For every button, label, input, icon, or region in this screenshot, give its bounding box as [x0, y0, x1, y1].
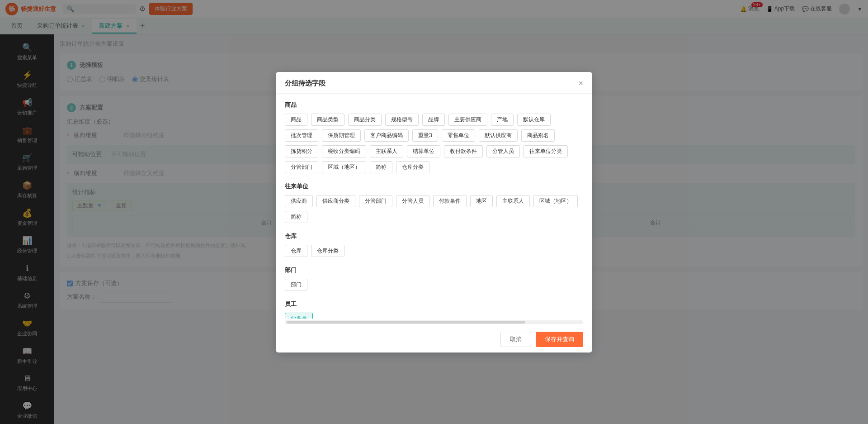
field-group-department-title: 部门: [285, 266, 583, 274]
chip-supplier-category[interactable]: 供应商分类: [316, 195, 355, 207]
field-group-employee: 员工 业务员: [285, 300, 583, 319]
dialog-body: 商品 商品 商品类型 商品分类 规格型号 品牌 主要供应商 产地 默认仓库 批次…: [276, 94, 592, 319]
chip-warehouse-cat[interactable]: 仓库分类: [311, 245, 344, 257]
field-group-counterpart: 往来单位 供应商 供应商分类 分管部门 分管人员 付款条件 地区 主联系人 区域…: [285, 182, 583, 223]
dialog-footer: 取消 保存并查询: [276, 326, 592, 353]
dialog-overlay: 分组待选字段 × 商品 商品 商品类型 商品分类 规格型号 品牌 主要供应商 产…: [0, 0, 868, 424]
chip-supplier[interactable]: 供应商: [285, 195, 313, 207]
dialog-hscroll-area: [276, 319, 592, 326]
field-group-department: 部门 部门: [285, 266, 583, 291]
chip-payment-terms[interactable]: 收付款条件: [444, 145, 483, 157]
chip-region[interactable]: 区域（地区）: [322, 161, 366, 173]
chip-weight[interactable]: 重量3: [412, 129, 438, 142]
chip-abbreviation2[interactable]: 简称: [285, 211, 307, 223]
chip-customer-code[interactable]: 客户商品编码: [364, 129, 409, 142]
chip-default-supplier[interactable]: 默认供应商: [479, 129, 518, 142]
field-group-warehouse-title: 仓库: [285, 232, 583, 240]
field-group-product-title: 商品: [285, 101, 583, 109]
chip-spec-model[interactable]: 规格型号: [385, 114, 419, 126]
chip-main-contact[interactable]: 主联系人: [370, 145, 403, 157]
chip-product[interactable]: 商品: [285, 114, 307, 126]
chip-settlement-unit[interactable]: 结算单位: [407, 145, 440, 157]
chip-warehouse[interactable]: 仓库: [285, 245, 307, 257]
chip-default-warehouse[interactable]: 默认仓库: [517, 114, 551, 126]
chip-brand[interactable]: 品牌: [422, 114, 445, 126]
chip-abbreviation[interactable]: 简称: [370, 161, 392, 173]
dialog-cancel-button[interactable]: 取消: [500, 332, 531, 347]
chip-dept[interactable]: 分管部门: [285, 161, 318, 173]
chip-counterpart-person[interactable]: 分管人员: [396, 195, 429, 207]
chip-pick-score[interactable]: 拣货积分: [285, 145, 318, 157]
chip-product-category[interactable]: 商品分类: [348, 114, 382, 126]
dialog-save-button[interactable]: 保存并查询: [536, 332, 583, 347]
field-group-employee-title: 员工: [285, 300, 583, 308]
dialog-title: 分组待选字段: [285, 79, 326, 88]
scrollbar-thumb: [287, 321, 525, 324]
chip-product-alias[interactable]: 商品别名: [521, 129, 555, 142]
employee-chips: 业务员: [285, 313, 583, 319]
chip-retail-unit[interactable]: 零售单位: [442, 129, 475, 142]
department-chips: 部门: [285, 279, 583, 291]
warehouse-chips: 仓库 仓库分类: [285, 245, 583, 257]
dialog-header: 分组待选字段 ×: [276, 72, 592, 94]
chip-product-type[interactable]: 商品类型: [311, 114, 344, 126]
chip-dept-manager[interactable]: 分管人员: [486, 145, 520, 157]
chip-expiry-mgmt[interactable]: 保质期管理: [322, 129, 361, 142]
field-group-warehouse: 仓库 仓库 仓库分类: [285, 232, 583, 257]
chip-region2[interactable]: 区域（地区）: [533, 195, 578, 207]
chip-tax-code[interactable]: 税收分类编码: [322, 145, 366, 157]
chip-main-supplier[interactable]: 主要供应商: [448, 114, 487, 126]
field-group-product: 商品 商品 商品类型 商品分类 规格型号 品牌 主要供应商 产地 默认仓库 批次…: [285, 101, 583, 173]
chip-area[interactable]: 地区: [470, 195, 493, 207]
product-chips: 商品 商品类型 商品分类 规格型号 品牌 主要供应商 产地 默认仓库 批次管理 …: [285, 114, 583, 173]
chip-salesperson[interactable]: 业务员: [285, 313, 313, 319]
field-group-counterpart-title: 往来单位: [285, 182, 583, 191]
chip-origin[interactable]: 产地: [491, 114, 514, 126]
chip-department[interactable]: 部门: [285, 279, 307, 291]
chip-batch-mgmt[interactable]: 批次管理: [285, 129, 318, 142]
dialog: 分组待选字段 × 商品 商品 商品类型 商品分类 规格型号 品牌 主要供应商 产…: [276, 72, 592, 353]
chip-counterpart-category[interactable]: 往来单位分类: [524, 145, 568, 157]
dialog-close-button[interactable]: ×: [578, 79, 583, 87]
chip-counterpart-dept[interactable]: 分管部门: [359, 195, 392, 207]
chip-main-contact2[interactable]: 主联系人: [496, 195, 530, 207]
chip-payment-condition[interactable]: 付款条件: [433, 195, 467, 207]
counterpart-chips: 供应商 供应商分类 分管部门 分管人员 付款条件 地区 主联系人 区域（地区） …: [285, 195, 583, 223]
horizontal-scrollbar[interactable]: [285, 320, 583, 324]
chip-warehouse-category[interactable]: 仓库分类: [396, 161, 429, 173]
